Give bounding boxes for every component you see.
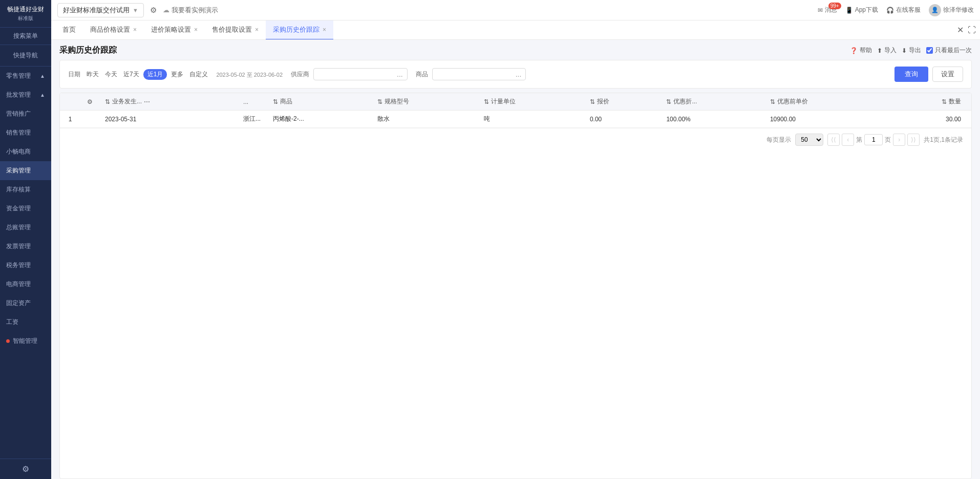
message-badge: 99+	[828, 3, 841, 9]
demo-button[interactable]: ☁ 我要看实例演示	[163, 6, 218, 15]
col-quantity[interactable]: ⇅ 数量	[885, 93, 971, 111]
col-discount[interactable]: ⇅ 优惠折...	[660, 93, 764, 111]
sidebar-item-marketing[interactable]: 营销推广	[0, 104, 51, 123]
sort-icon-pre-discount: ⇅	[770, 98, 775, 105]
page-summary: 共1页,1条记录	[924, 136, 963, 144]
per-page-select[interactable]: 50 10 20 100	[795, 134, 823, 146]
tab-home[interactable]: 首页	[55, 20, 83, 40]
page-last-button[interactable]: ⟩⟩	[907, 134, 920, 146]
sidebar-item-fixed-assets[interactable]: 固定资产	[0, 294, 51, 313]
sidebar: 畅捷通好业财 标准版 搜索菜单 快捷导航 零售管理 ▲ 批发管理 ▲ 营销推广 …	[0, 0, 51, 479]
last-only-checkbox[interactable]	[926, 47, 933, 54]
col-quote[interactable]: ⇅ 报价	[584, 93, 660, 111]
col-spec[interactable]: ⇅ 规格型号	[371, 93, 477, 111]
tab-price-settings-close[interactable]: ×	[133, 27, 137, 33]
col-business-date[interactable]: ⇅ 业务发生... ⋯	[99, 93, 237, 111]
sidebar-item-invoice[interactable]: 发票管理	[0, 237, 51, 256]
query-button[interactable]: 查询	[894, 67, 928, 82]
cell-spec: 散水	[371, 111, 477, 128]
app-download-button[interactable]: 📱 App下载	[845, 6, 878, 14]
app-download-label: App下载	[855, 6, 878, 14]
supplier-input[interactable]	[318, 71, 395, 78]
table-gear-icon[interactable]: ⚙	[87, 98, 93, 105]
sidebar-item-dot-ai	[6, 339, 10, 343]
col-more-dots-label: ...	[243, 98, 248, 105]
message-button[interactable]: ✉ 消息 99+	[818, 6, 837, 14]
import-button[interactable]: ⬆ 导入	[877, 46, 897, 55]
goods-dots[interactable]: ...	[516, 70, 522, 78]
sidebar-item-salary[interactable]: 工资	[0, 313, 51, 332]
goods-input-wrap: ...	[432, 68, 526, 80]
tab-price-settings-label: 商品价格设置	[90, 25, 130, 34]
sidebar-item-purchase[interactable]: 采购管理	[0, 161, 51, 180]
tab-price-settings[interactable]: 商品价格设置 ×	[83, 20, 144, 40]
sidebar-item-label-sales: 销售管理	[6, 128, 31, 137]
cell-business-date: 2023-05-31	[99, 111, 237, 128]
export-label: 导出	[909, 46, 921, 55]
date-opt-1month[interactable]: 近1月	[143, 69, 167, 80]
sidebar-quick-nav-label[interactable]: 快捷导航	[0, 48, 51, 63]
sidebar-item-ecommerce-small[interactable]: 小畅电商	[0, 142, 51, 161]
message-icon: ✉	[818, 7, 823, 14]
col-goods-label: 商品	[280, 97, 292, 106]
sidebar-item-label-inventory: 库存核算	[6, 185, 31, 194]
tab-purchase-history[interactable]: 采购历史价跟踪 ×	[266, 20, 333, 40]
module-selector[interactable]: 好业财标准版交付试用 ▼	[57, 3, 144, 17]
tab-close-icon[interactable]: ✕	[957, 25, 964, 35]
cell-supplier: 浙江...	[237, 111, 267, 128]
user-menu[interactable]: 👤 徐泽华修改	[929, 4, 974, 16]
sidebar-item-inventory[interactable]: 库存核算	[0, 180, 51, 199]
sidebar-item-retail[interactable]: 零售管理 ▲	[0, 67, 51, 85]
sidebar-logo: 畅捷通好业财 标准版	[0, 0, 51, 28]
supplier-dots[interactable]: ...	[397, 70, 403, 78]
sidebar-settings-icon[interactable]: ⚙	[22, 464, 29, 474]
page-unit: 页	[885, 136, 891, 144]
sidebar-item-label-fixed-assets: 固定资产	[6, 299, 31, 308]
col-unit[interactable]: ⇅ 计量单位	[478, 93, 584, 111]
sidebar-item-ai[interactable]: 智能管理	[0, 332, 51, 351]
settings-button[interactable]: 设置	[932, 67, 963, 82]
sidebar-item-sales[interactable]: 销售管理	[0, 123, 51, 142]
date-opt-7days[interactable]: 近7天	[121, 69, 141, 80]
col-goods[interactable]: ⇅ 商品	[267, 93, 371, 111]
date-opt-more[interactable]: 更多	[169, 69, 185, 80]
sidebar-search-menu[interactable]: 搜索菜单	[0, 28, 51, 45]
goods-input[interactable]	[437, 71, 514, 78]
sidebar-quick-nav[interactable]: 快捷导航	[0, 45, 51, 67]
sidebar-item-ledger[interactable]: 总账管理	[0, 218, 51, 237]
date-opt-custom[interactable]: 自定义	[187, 69, 210, 80]
col-business-date-dots[interactable]: ⋯	[144, 98, 150, 105]
page-next-button[interactable]: ›	[893, 134, 905, 146]
date-options: 昨天 今天 近7天 近1月 更多 自定义	[84, 69, 210, 80]
table-row: 1 2023-05-31 浙江... 丙烯酸-2-... 散水 吨 0.00 1…	[60, 111, 971, 128]
sidebar-item-finance[interactable]: 资金管理	[0, 199, 51, 218]
per-page-label: 每页显示	[766, 136, 791, 144]
cell-price: 0.00	[584, 111, 660, 128]
settings-icon[interactable]: ⚙	[150, 6, 157, 15]
page-label: 第	[856, 136, 862, 144]
date-opt-today[interactable]: 今天	[103, 69, 119, 80]
sidebar-menu: 零售管理 ▲ 批发管理 ▲ 营销推广 销售管理 小畅电商 采购管理 库存核算 资…	[0, 67, 51, 459]
tab-sale-extract[interactable]: 售价提取设置 ×	[205, 20, 266, 40]
sidebar-item-tax[interactable]: 税务管理	[0, 256, 51, 275]
supplier-filter-label: 供应商	[291, 70, 309, 79]
col-gear[interactable]: ⚙	[80, 93, 99, 111]
filter-row: 日期 昨天 今天 近7天 近1月 更多 自定义 2023-05-02 至 202…	[68, 67, 963, 82]
sidebar-item-wholesale[interactable]: 批发管理 ▲	[0, 85, 51, 104]
export-button[interactable]: ⬇ 导出	[902, 46, 921, 55]
sidebar-item-ecommerce[interactable]: 电商管理	[0, 275, 51, 294]
col-pre-discount[interactable]: ⇅ 优惠前单价	[764, 93, 885, 111]
online-service-button[interactable]: 🎧 在线客服	[886, 6, 921, 14]
page-input[interactable]	[864, 134, 883, 145]
tab-purchase-strategy-close[interactable]: ×	[194, 27, 198, 33]
last-only-toggle[interactable]: 只看最后一次	[926, 46, 972, 55]
page-first-button[interactable]: ⟨⟨	[827, 134, 840, 146]
tab-expand-icon[interactable]: ⛶	[968, 26, 976, 35]
help-button[interactable]: ❓ 帮助	[850, 46, 872, 55]
tab-purchase-strategy[interactable]: 进价策略设置 ×	[144, 20, 205, 40]
tab-sale-extract-close[interactable]: ×	[255, 27, 259, 33]
tab-purchase-history-close[interactable]: ×	[323, 27, 326, 33]
page-prev-button[interactable]: ‹	[842, 134, 854, 146]
date-opt-yesterday[interactable]: 昨天	[84, 69, 101, 80]
col-more-dots[interactable]: ...	[237, 93, 267, 111]
